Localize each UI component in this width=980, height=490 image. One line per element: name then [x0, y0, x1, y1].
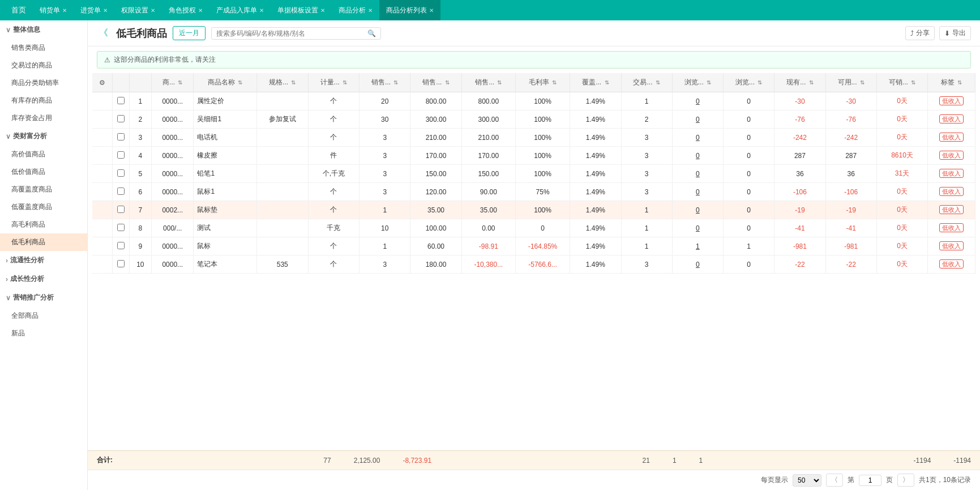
- close-purchase-tab[interactable]: ✕: [103, 7, 108, 14]
- row-transaction: 3: [621, 147, 672, 165]
- checkbox-cell: [112, 147, 129, 165]
- sidebar-item-new-products[interactable]: 新品: [0, 325, 87, 342]
- sidebar-item-inventory-capital[interactable]: 库存资金占用: [0, 109, 87, 127]
- next-page-button[interactable]: 〉: [897, 474, 914, 487]
- row-transaction: 1: [621, 201, 672, 219]
- row-checkbox[interactable]: [117, 115, 125, 122]
- settings-col-header[interactable]: ⚙: [92, 73, 112, 92]
- nav-purchase[interactable]: 进货单 ✕: [74, 0, 114, 20]
- page-input[interactable]: [859, 475, 881, 486]
- sidebar-item-high-margin[interactable]: 高毛利商品: [0, 216, 87, 233]
- nav-home[interactable]: 首页: [5, 0, 33, 20]
- close-product-analysis-list-tab[interactable]: ✕: [429, 7, 434, 14]
- row-checkbox[interactable]: [117, 224, 125, 231]
- nav-sales[interactable]: 销货单 ✕: [33, 0, 74, 20]
- spec-col-header[interactable]: 规格... ⇅: [256, 73, 308, 92]
- row-checkbox[interactable]: [117, 188, 125, 195]
- sidebar-item-category-rate[interactable]: 商品分类助销率: [0, 74, 87, 92]
- nav-product-inbound[interactable]: 产成品入库单 ✕: [209, 0, 271, 20]
- browse2-col-header[interactable]: 浏览... ⇅: [724, 73, 774, 92]
- sidebar-item-sales-products[interactable]: 销售类商品: [0, 39, 87, 57]
- sales-amount-col-header[interactable]: 销售... ⇅: [461, 73, 515, 92]
- sidebar-item-all-products[interactable]: 全部商品: [0, 307, 87, 325]
- export-button[interactable]: ⬇ 导出: [939, 26, 971, 40]
- browse1-link[interactable]: 0: [696, 170, 700, 178]
- nav-role-auth[interactable]: 角色授权 ✕: [162, 0, 209, 20]
- unit-col-header[interactable]: 计量... ⇅: [308, 73, 359, 92]
- row-checkbox[interactable]: [117, 151, 125, 159]
- close-template-tab[interactable]: ✕: [320, 7, 325, 14]
- browse1-col-header[interactable]: 浏览... ⇅: [672, 73, 723, 92]
- row-spec: [256, 92, 308, 110]
- row-spec: [256, 129, 308, 147]
- row-checkbox[interactable]: [117, 242, 125, 249]
- close-product-inbound-tab[interactable]: ✕: [259, 7, 264, 14]
- close-sales-tab[interactable]: ✕: [62, 7, 67, 14]
- close-auth-setting-tab[interactable]: ✕: [151, 7, 155, 14]
- search-input[interactable]: [216, 29, 367, 37]
- per-page-select[interactable]: 50 100 200: [793, 474, 821, 487]
- prev-page-button[interactable]: 〈: [826, 474, 843, 487]
- row-checkbox[interactable]: [117, 133, 125, 140]
- browse1-link[interactable]: 0: [696, 134, 700, 142]
- row-gross-margin: 100%: [515, 110, 570, 129]
- browse1-link[interactable]: 0: [696, 116, 700, 123]
- sales-qty-col-header[interactable]: 销售... ⇅: [360, 73, 410, 92]
- nav-auth-setting[interactable]: 权限设置 ✕: [114, 0, 162, 20]
- sidebar-group-wealth[interactable]: ∨ 类财富分析: [0, 127, 87, 146]
- browse1-link[interactable]: 0: [696, 152, 700, 160]
- sidebar-item-low-coverage[interactable]: 低覆盖度商品: [0, 198, 87, 216]
- sidebar-item-stock-products[interactable]: 有库存的商品: [0, 92, 87, 109]
- sidebar-group-overall[interactable]: ∨ 整体信息: [0, 20, 87, 39]
- share-button[interactable]: ⤴ 分享: [905, 26, 935, 40]
- nav-product-analysis-list[interactable]: 商品分析列表 ✕: [379, 0, 440, 20]
- row-num: 1: [129, 92, 151, 110]
- sidebar-group-marketing[interactable]: ∨ 营销推广分析: [0, 288, 87, 307]
- sidebar-collapse-button[interactable]: 《: [97, 27, 110, 39]
- row-code: 0000...: [152, 183, 194, 201]
- sidebar-group-growth[interactable]: › 成长性分析: [0, 270, 87, 288]
- transaction-col-header[interactable]: 交易... ⇅: [621, 73, 672, 92]
- current-stock-col-header[interactable]: 现有... ⇅: [774, 73, 825, 92]
- row-checkbox[interactable]: [117, 97, 125, 104]
- sidebar-item-traded-products[interactable]: 交易过的商品: [0, 57, 87, 74]
- row-sales-amount: 150.00: [461, 165, 515, 183]
- row-sales-price: 150.00: [410, 165, 461, 183]
- close-role-auth-tab[interactable]: ✕: [198, 7, 203, 14]
- browse1-link[interactable]: 0: [696, 188, 700, 196]
- name-col-header[interactable]: 商品名称 ⇅: [194, 73, 256, 92]
- browse1-link[interactable]: 1: [696, 242, 700, 250]
- sidebar-item-low-value[interactable]: 低价值商品: [0, 163, 87, 181]
- row-checkbox[interactable]: [117, 206, 125, 213]
- browse1-link[interactable]: 0: [696, 97, 700, 105]
- row-checkbox[interactable]: [117, 260, 125, 267]
- close-product-analysis-tab[interactable]: ✕: [368, 7, 373, 14]
- time-filter-button[interactable]: 近一月: [173, 26, 206, 40]
- sidebar-item-high-coverage[interactable]: 高覆盖度商品: [0, 181, 87, 198]
- sidebar-item-high-value[interactable]: 高价值商品: [0, 146, 87, 163]
- nav-template[interactable]: 单据模板设置 ✕: [271, 0, 332, 20]
- browse1-link[interactable]: 0: [696, 224, 700, 232]
- search-icon[interactable]: 🔍: [367, 29, 376, 37]
- row-current-stock: -981: [774, 237, 825, 255]
- browse1-link[interactable]: 0: [696, 261, 700, 269]
- sellable-stock-col-header[interactable]: 可销... ⇅: [876, 73, 927, 92]
- footer-current-stock: -1194: [914, 457, 931, 465]
- tag-col-header[interactable]: 标签 ⇅: [928, 73, 975, 92]
- row-checkbox[interactable]: [117, 169, 125, 177]
- row-coverage: 1.49%: [570, 183, 621, 201]
- nav-product-analysis[interactable]: 商品分析 ✕: [332, 0, 379, 20]
- row-spec: [256, 147, 308, 165]
- code-col-header[interactable]: 商... ⇅: [152, 73, 194, 92]
- row-sales-qty: 30: [360, 110, 410, 129]
- available-stock-col-header[interactable]: 可用... ⇅: [825, 73, 876, 92]
- browse1-link[interactable]: 0: [696, 206, 700, 214]
- sidebar-group-circulation[interactable]: › 流通性分析: [0, 251, 87, 270]
- tag-badge: 低收入: [939, 205, 964, 214]
- sidebar-item-low-margin[interactable]: 低毛利商品: [0, 233, 87, 251]
- gross-margin-col-header[interactable]: 毛利率 ⇅: [515, 73, 570, 92]
- coverage-col-header[interactable]: 覆盖... ⇅: [570, 73, 621, 92]
- row-sales-amount: 800.00: [461, 92, 515, 110]
- sales-price-col-header[interactable]: 销售... ⇅: [410, 73, 461, 92]
- row-name: 笔记本: [194, 255, 256, 274]
